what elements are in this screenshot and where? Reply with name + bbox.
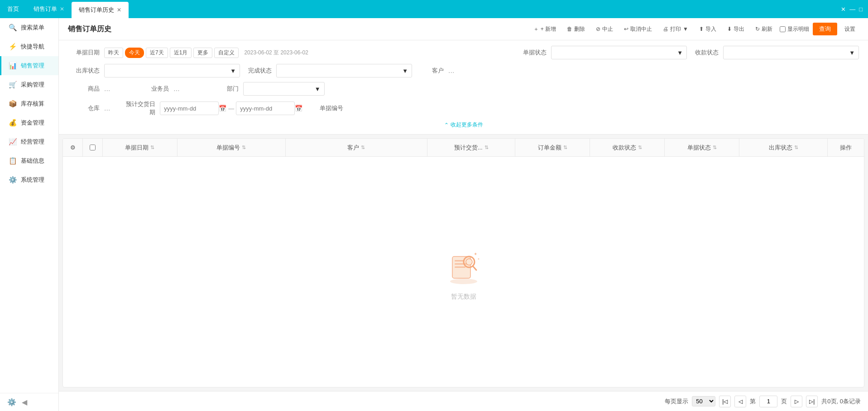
- svg-text:✦: ✦: [477, 257, 480, 261]
- th-delivery-label: 预计交货...: [454, 144, 483, 152]
- cancel-stop-button[interactable]: ↩ 取消中止: [620, 24, 656, 35]
- th-amount-sort-icon: ⇅: [563, 145, 567, 150]
- sidebar-item-purchase-mgmt[interactable]: 🛒 采购管理: [0, 75, 58, 94]
- new-button[interactable]: ＋ + 新增: [530, 24, 560, 35]
- sidebar-item-operations[interactable]: 📈 经营管理: [0, 132, 58, 151]
- sidebar-item-quick-nav[interactable]: ⚡ 快捷导航: [0, 37, 58, 56]
- page-title: 销售订单历史: [68, 24, 111, 34]
- date-today-btn[interactable]: 今天: [125, 48, 144, 58]
- date-custom-btn[interactable]: 自定义: [214, 48, 239, 58]
- th-customer-sort-icon: ⇅: [361, 145, 365, 150]
- th-date[interactable]: 单据日期 ⇅: [103, 139, 177, 156]
- select-all-checkbox[interactable]: [90, 145, 96, 150]
- tab-home-label: 首页: [7, 5, 19, 13]
- calendar-start-icon[interactable]: 📅: [219, 105, 226, 112]
- sidebar-item-base-info[interactable]: 📋 基础信息: [0, 151, 58, 170]
- salesperson-label: 业务员: [137, 85, 173, 93]
- date-7days-btn[interactable]: 近7天: [146, 48, 168, 58]
- delivery-date-start[interactable]: [160, 102, 219, 115]
- first-page-button[interactable]: |◁: [719, 396, 731, 407]
- collapse-link[interactable]: ⌃ 收起更多条件: [68, 121, 859, 129]
- date-dash: —: [226, 105, 236, 112]
- print-button[interactable]: 🖨 打印 ▼: [659, 24, 692, 35]
- next-page-button[interactable]: ▷: [791, 396, 802, 407]
- inventory-icon: 📦: [9, 100, 17, 108]
- sidebar-item-finance[interactable]: 💰 资金管理: [0, 113, 58, 132]
- refresh-button-label: 刷新: [762, 25, 772, 33]
- warehouse-input[interactable]: ...: [104, 105, 110, 112]
- th-pay[interactable]: 收款状态 ⇅: [590, 139, 665, 156]
- print-dropdown-icon: ▼: [683, 26, 688, 32]
- sidebar-item-inventory-label: 库存核算: [21, 100, 44, 108]
- th-date-sort-icon: ⇅: [150, 145, 154, 150]
- sidebar-item-search-menu[interactable]: 🔍 搜索菜单: [0, 18, 58, 37]
- empty-text: 暂无数据: [451, 293, 476, 301]
- complete-status-select[interactable]: ▼: [276, 64, 412, 77]
- filter-section: 单据日期 昨天 今天 近7天 近1月 更多 自定义 2023-06-02 至 2…: [59, 40, 868, 135]
- tab-sales-order-history-close[interactable]: ✕: [117, 7, 121, 13]
- th-order-status[interactable]: 单据状态 ⇅: [665, 139, 739, 156]
- payment-status-label: 收款状态: [687, 48, 723, 57]
- query-button[interactable]: 查询: [813, 23, 837, 35]
- date-1month-btn[interactable]: 近1月: [170, 48, 192, 58]
- delivery-status-select[interactable]: ▼: [104, 64, 240, 77]
- delete-button-label: 删除: [574, 25, 585, 33]
- th-out-status[interactable]: 出库状态 ⇅: [739, 139, 828, 156]
- salesperson-input[interactable]: ...: [173, 85, 179, 92]
- delivery-status-dropdown-icon: ▼: [230, 68, 236, 74]
- last-page-button[interactable]: ▷|: [806, 396, 818, 407]
- sales-mgmt-icon: 📊: [9, 62, 17, 70]
- export-button[interactable]: ⬇ 导出: [724, 24, 748, 35]
- display-detail-checkbox[interactable]: [780, 26, 786, 32]
- date-label: 单据日期: [68, 48, 104, 57]
- stop-button[interactable]: ⊘ 中止: [592, 24, 617, 35]
- page-label-post: 页: [781, 397, 787, 406]
- close-icon[interactable]: ✕: [841, 6, 846, 13]
- calendar-end-icon[interactable]: 📅: [295, 105, 302, 112]
- th-order-status-label: 单据状态: [687, 144, 711, 152]
- tab-sales-order-history[interactable]: 销售订单历史 ✕: [72, 2, 129, 18]
- settings-bottom-icon[interactable]: ⚙️: [7, 398, 16, 406]
- th-amount-label: 订单金额: [538, 144, 561, 152]
- sidebar-item-sys-mgmt[interactable]: ⚙️ 系统管理: [0, 170, 58, 189]
- cancel-stop-icon: ↩: [624, 26, 628, 32]
- th-settings[interactable]: ⚙: [63, 139, 83, 156]
- department-dropdown-icon: ▼: [315, 86, 321, 92]
- settings-button[interactable]: 设置: [841, 24, 859, 35]
- th-amount[interactable]: 订单金额 ⇅: [515, 139, 590, 156]
- delete-button[interactable]: 🗑 删除: [563, 24, 589, 35]
- table-area: ⚙ 单据日期 ⇅ 单据编号 ⇅ 客户 ⇅ 预计交货...: [62, 138, 864, 387]
- date-more-btn[interactable]: 更多: [193, 48, 212, 58]
- tab-sales-order-close[interactable]: ✕: [60, 6, 64, 12]
- per-page-select[interactable]: 20 50 100: [692, 396, 715, 406]
- import-button[interactable]: ⬆ 导入: [695, 24, 720, 35]
- th-customer[interactable]: 客户 ⇅: [286, 139, 427, 156]
- tab-sales-order-history-label: 销售订单历史: [79, 6, 114, 14]
- payment-status-select[interactable]: ▼: [723, 46, 859, 59]
- minimize-icon[interactable]: —: [849, 6, 855, 13]
- date-quick-buttons: 昨天 今天 近7天 近1月 更多 自定义: [104, 48, 239, 58]
- refresh-button[interactable]: ↻ 刷新: [752, 24, 776, 35]
- department-select[interactable]: ▼: [243, 82, 325, 96]
- th-delivery[interactable]: 预计交货... ⇅: [427, 139, 516, 156]
- prev-page-button[interactable]: ◁: [734, 396, 746, 407]
- delivery-date-end[interactable]: [236, 102, 295, 115]
- tab-sales-order[interactable]: 销售订单 ✕: [26, 0, 72, 18]
- customer-input[interactable]: ...: [448, 67, 454, 74]
- sidebar-item-inventory[interactable]: 📦 库存核算: [0, 94, 58, 113]
- order-no-label: 单据编号: [312, 104, 348, 112]
- th-no-sort-icon: ⇅: [242, 145, 246, 150]
- goods-input[interactable]: ...: [104, 85, 110, 92]
- sidebar-item-sales-mgmt[interactable]: 📊 销售管理: [0, 56, 58, 75]
- date-yesterday-btn[interactable]: 昨天: [104, 48, 123, 58]
- th-no[interactable]: 单据编号 ⇅: [177, 139, 286, 156]
- tab-home[interactable]: 首页: [0, 0, 26, 18]
- plus-icon: ＋: [533, 25, 539, 33]
- page-number-input[interactable]: [759, 396, 777, 407]
- maximize-icon[interactable]: □: [859, 6, 863, 13]
- settings-col-icon: ⚙: [70, 144, 76, 151]
- order-status-select[interactable]: ▼: [551, 46, 687, 59]
- display-detail-label: 显示明细: [787, 25, 809, 33]
- th-check[interactable]: [83, 139, 103, 156]
- collapse-sidebar-icon[interactable]: ◀: [22, 398, 27, 406]
